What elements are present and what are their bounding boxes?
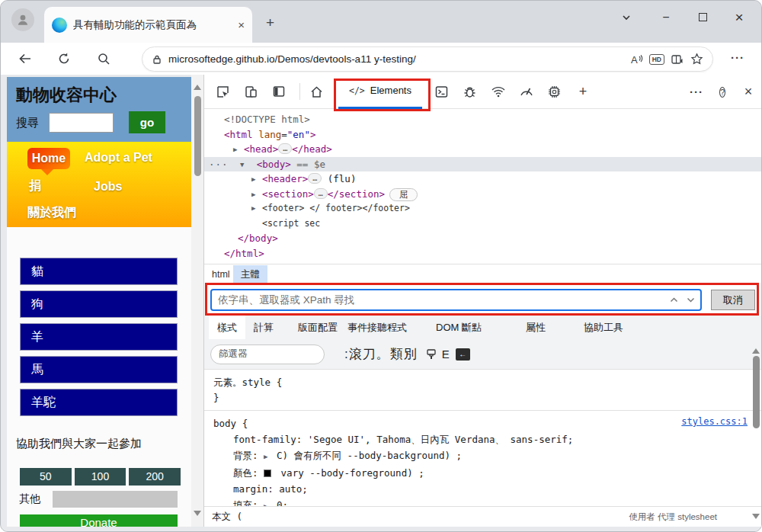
styles-scrollbar-thumb[interactable] [753,356,760,428]
profile-avatar-icon[interactable] [11,8,34,31]
nav-donate[interactable]: 捐 [29,178,41,194]
find-next-icon[interactable] [682,292,699,309]
nav-adopt-a-pet[interactable]: Adopt a Pet [85,151,152,165]
tab-event-listeners[interactable]: 事件接聽程式 [346,316,415,339]
url-bar[interactable]: microsoftedge.github.io/Demos/devtools-a… [142,46,713,72]
next-rule-selector[interactable]: 本文 ( [212,511,242,524]
cancel-button[interactable]: 取消 [711,290,755,310]
read-aloud-icon[interactable]: A [629,53,643,66]
ellipsis-pill[interactable]: … [314,188,328,199]
hd-badge-icon[interactable]: HD [649,54,664,65]
amount-button-100[interactable]: 100 [75,468,126,486]
scroll-up-icon[interactable] [194,81,201,90]
ellipsis-pill[interactable]: … [278,143,292,154]
find-input[interactable]: 依字串、選取器或 XPath 尋找 [210,289,702,311]
network-wifi-icon[interactable] [489,82,507,101]
css-property[interactable]: margin: auto; [213,481,754,497]
devtools-close-icon[interactable]: × [738,84,758,100]
tab-layout[interactable]: 版面配置 [290,316,346,339]
breadcrumb-body-selected[interactable]: 主體 [233,265,267,284]
tab-styles[interactable]: 樣式 [209,316,245,339]
browser-chevron-icon[interactable] [621,12,638,23]
tab-accessibility[interactable]: 協助工具 [575,316,632,339]
inspect-element-icon[interactable] [213,82,232,101]
expand-icon[interactable]: ▶ [251,187,262,203]
css-property[interactable]: font-family: 'Segoe UI', Tahoma、日內瓦 Verd… [213,431,754,447]
animal-button-dog[interactable]: 狗 [20,290,178,318]
close-window-button[interactable]: × [731,9,748,26]
tab-close-icon[interactable]: × [238,18,245,31]
brush-icon[interactable] [425,348,437,361]
dock-side-icon[interactable] [270,82,288,101]
more-tabs-plus-icon[interactable]: + [574,82,592,101]
scroll-up-icon[interactable] [752,345,760,354]
browser-tab[interactable]: 具有輔助功能的示範頁面為 × [44,7,252,43]
devtools-help-icon[interactable]: ? [712,85,732,98]
dom-body-selected[interactable]: ··· ▼ <body> == $e [204,157,762,172]
issues-bug-icon[interactable] [461,82,479,101]
dom-head[interactable]: ▶<head>…</head> [204,142,762,157]
expand-icon[interactable]: ▶ [251,172,262,187]
scroll-down-icon[interactable] [194,511,201,520]
collapse-icon[interactable]: ▼ [240,158,251,173]
immersive-reader-icon[interactable] [671,53,684,66]
tab-computed[interactable]: 計算 [245,316,282,339]
css-property[interactable]: 背景: ▶ C) 會有所不同 --body-background) ; [213,447,754,465]
dom-body-close[interactable]: </body> [204,231,762,246]
device-emulation-icon[interactable] [242,82,260,101]
expand-icon[interactable]: ▶ [251,201,262,216]
layout-badge[interactable]: 屈 [389,188,418,201]
e-label[interactable]: E [442,348,450,361]
breadcrumb-html[interactable]: html [212,269,230,280]
node-more-icon[interactable]: ··· [209,159,229,170]
donate-button[interactable]: Donate [20,514,178,527]
css-property[interactable]: 顏色: vary --body-foreground) ; [213,465,754,481]
find-previous-icon[interactable] [665,292,682,309]
element-style-rule[interactable]: 元素。style { } [204,370,762,410]
go-button[interactable]: go [129,111,165,133]
url-text[interactable]: microsoftedge.github.io/Demos/devtools-a… [168,53,623,65]
animal-button-alpaca[interactable]: 羊駝 [20,389,178,416]
page-scrollbar-thumb[interactable] [194,96,201,176]
nav-about-us[interactable]: 關於我們 [27,205,76,221]
tab-dom-breakpoints[interactable]: DOM 斷點 [427,316,490,339]
minimize-button[interactable]: − [658,11,674,24]
refresh-button[interactable] [57,52,77,66]
dom-html-close[interactable]: </html> [204,246,762,261]
search-icon[interactable] [97,52,117,66]
home-icon[interactable] [307,82,325,101]
styles-scrollbar[interactable] [751,343,761,524]
dom-html-open[interactable]: <html lang="en"> [204,127,762,143]
panel-toggle-icon[interactable]: ← [456,348,470,361]
console-icon[interactable] [433,82,451,101]
element-style-selector[interactable]: 元素。style { [213,375,754,390]
amount-button-200[interactable]: 200 [129,468,181,486]
amount-button-50[interactable]: 50 [20,468,72,486]
scroll-down-icon[interactable] [752,514,760,523]
dom-header[interactable]: ▶<header>… (flu) [204,171,762,187]
nav-home[interactable]: Home [27,148,70,169]
ellipsis-pill[interactable]: … [308,173,322,184]
nav-jobs[interactable]: Jobs [94,180,122,194]
dom-doctype[interactable]: <!DOCTYPE html> [204,112,762,127]
page-search-input[interactable] [49,113,114,133]
page-scrollbar[interactable] [191,75,203,527]
memory-chip-icon[interactable] [546,82,564,101]
new-tab-button[interactable]: + [266,14,274,31]
maximize-button[interactable] [694,11,711,24]
animal-button-horse[interactable]: 馬 [20,356,178,383]
color-swatch[interactable] [264,470,271,477]
hov-cls-toggle[interactable]: :滾刀。類別 [344,345,418,363]
favorites-star-icon[interactable] [690,53,703,66]
expand-icon[interactable]: ▶ [264,453,267,460]
animal-button-sheep[interactable]: 羊 [20,323,178,351]
tab-elements[interactable]: </> Elements [338,75,422,109]
dom-footer[interactable]: ▶<footer> </ footer></footer> [204,201,762,216]
styles-filter-input[interactable]: 篩選器 [210,345,325,364]
other-amount-input[interactable] [53,491,178,508]
expand-icon[interactable]: ▶ [233,143,244,158]
dom-section[interactable]: ▶<section>…</section>屈 [204,187,762,202]
browser-menu-icon[interactable]: ··· [731,51,744,64]
devtools-more-icon[interactable]: ··· [687,85,706,98]
performance-gauge-icon[interactable] [517,82,536,101]
